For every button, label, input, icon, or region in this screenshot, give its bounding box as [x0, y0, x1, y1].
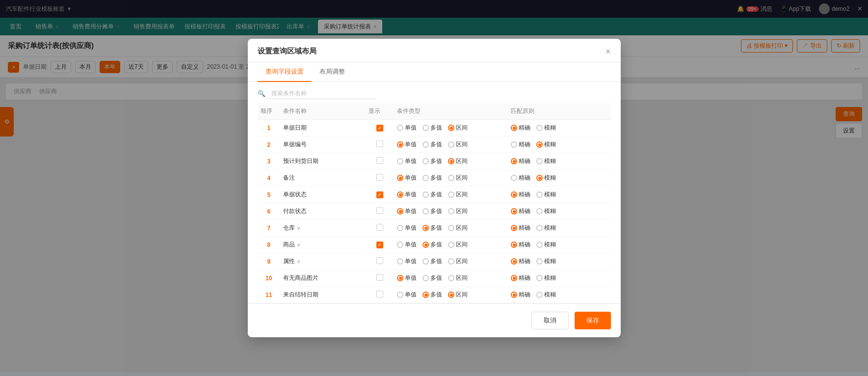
table-row: 4备注单值多值区间精确模糊 [258, 170, 611, 187]
radio-type-type_range-4[interactable]: 区间 [448, 190, 468, 199]
radio-dot-type-8 [422, 258, 429, 265]
radio-type-type_multi-1[interactable]: 多值 [422, 140, 442, 149]
checkbox-unchecked-8[interactable] [376, 257, 383, 264]
radio-match-match_exact-0[interactable]: 精确 [511, 124, 530, 132]
checkbox-unchecked-2[interactable] [376, 157, 383, 164]
radio-type-type_multi-7[interactable]: 多值 [422, 241, 442, 249]
radio-type-type_multi-3[interactable]: 多值 [422, 174, 442, 182]
radio-dot-match-5 [536, 208, 543, 215]
search-input[interactable] [268, 88, 376, 99]
radio-dot-type-7 [448, 242, 454, 248]
radio-type-type_range-0[interactable]: 区间 [448, 124, 468, 132]
row-show-1[interactable] [366, 136, 394, 153]
radio-type-type_range-5[interactable]: 区间 [448, 207, 468, 215]
radio-match-match_fuzzy-5[interactable]: 模糊 [536, 207, 556, 215]
radio-match-match_exact-7[interactable]: 精确 [511, 241, 530, 249]
radio-type-type_multi-8[interactable]: 多值 [422, 257, 442, 266]
radio-type-type_multi-10[interactable]: 多值 [422, 291, 442, 299]
checkbox-unchecked-5[interactable] [376, 207, 383, 214]
row-show-2[interactable] [366, 153, 394, 170]
checkbox-unchecked-1[interactable] [376, 140, 383, 147]
radio-type-type_single-2[interactable]: 单值 [397, 157, 417, 165]
row-show-7[interactable] [366, 237, 394, 253]
radio-type-type_multi-9[interactable]: 多值 [422, 274, 442, 282]
radio-match-match_fuzzy-4[interactable]: 模糊 [536, 190, 556, 199]
save-button[interactable]: 保存 [575, 312, 611, 329]
radio-type-type_range-7[interactable]: 区间 [448, 241, 468, 249]
row-name-0: 单据日期 [280, 120, 366, 136]
radio-match-match_exact-1[interactable]: 精确 [511, 140, 530, 149]
settings-dialog: 设置查询区域布局 × 查询字段设置 布局调整 🔍 顺序 条件名称 [248, 39, 621, 337]
radio-type-type_single-5[interactable]: 单值 [397, 207, 417, 215]
row-name-7: 商品 ∨ [280, 237, 366, 253]
radio-match-match_fuzzy-3[interactable]: 模糊 [536, 174, 556, 182]
radio-dot-type-4 [422, 191, 429, 198]
checkbox-checked-0[interactable] [376, 125, 383, 132]
radio-type-type_range-1[interactable]: 区间 [448, 140, 468, 149]
row-type-10: 单值多值区间 [394, 287, 508, 303]
radio-match-match_fuzzy-8[interactable]: 模糊 [536, 257, 556, 266]
radio-type-type_range-2[interactable]: 区间 [448, 157, 468, 165]
radio-match-match_fuzzy-2[interactable]: 模糊 [536, 157, 556, 165]
radio-type-type_single-8[interactable]: 单值 [397, 257, 417, 266]
radio-type-type_multi-4[interactable]: 多值 [422, 190, 442, 199]
checkbox-checked-7[interactable] [376, 242, 383, 248]
radio-match-match_exact-2[interactable]: 精确 [511, 157, 530, 165]
row-show-9[interactable] [366, 270, 394, 287]
row-order-9: 10 [258, 270, 280, 287]
radio-match-match_exact-8[interactable]: 精确 [511, 257, 530, 266]
checkbox-unchecked-3[interactable] [376, 174, 383, 181]
radio-match-match_fuzzy-7[interactable]: 模糊 [536, 241, 556, 249]
checkbox-checked-4[interactable] [376, 191, 383, 198]
radio-match-match_fuzzy-10[interactable]: 模糊 [536, 291, 556, 299]
tab-layout-adjust[interactable]: 布局调整 [312, 62, 353, 82]
radio-type-type_single-1[interactable]: 单值 [397, 140, 417, 149]
row-show-0[interactable] [366, 120, 394, 136]
radio-dot-type-10 [448, 292, 454, 298]
checkbox-unchecked-6[interactable] [376, 224, 383, 231]
row-show-5[interactable] [366, 203, 394, 220]
checkbox-unchecked-10[interactable] [376, 291, 383, 297]
row-show-3[interactable] [366, 170, 394, 187]
radio-type-type_multi-2[interactable]: 多值 [422, 157, 442, 165]
radio-match-match_exact-4[interactable]: 精确 [511, 190, 530, 199]
radio-dot-type-6 [448, 225, 454, 231]
radio-type-type_single-10[interactable]: 单值 [397, 291, 417, 299]
tab-query-fields[interactable]: 查询字段设置 [258, 62, 312, 82]
radio-type-type_single-9[interactable]: 单值 [397, 274, 417, 282]
radio-match-match_exact-3[interactable]: 精确 [511, 174, 530, 182]
radio-match-match_fuzzy-0[interactable]: 模糊 [536, 124, 556, 132]
radio-match-match_exact-9[interactable]: 精确 [511, 274, 530, 282]
radio-type-type_range-8[interactable]: 区间 [448, 257, 468, 266]
radio-type-type_multi-0[interactable]: 多值 [422, 124, 442, 132]
radio-type-type_multi-5[interactable]: 多值 [422, 207, 442, 215]
row-name-1: 单据编号 [280, 136, 366, 153]
radio-type-type_multi-6[interactable]: 多值 [422, 224, 442, 232]
row-show-4[interactable] [366, 187, 394, 203]
radio-type-type_single-3[interactable]: 单值 [397, 174, 417, 182]
radio-match-match_exact-10[interactable]: 精确 [511, 291, 530, 299]
radio-type-type_range-10[interactable]: 区间 [448, 291, 468, 299]
radio-type-type_single-0[interactable]: 单值 [397, 124, 417, 132]
radio-match-match_fuzzy-1[interactable]: 模糊 [536, 140, 556, 149]
dialog-close-button[interactable]: × [605, 47, 611, 56]
radio-type-type_range-9[interactable]: 区间 [448, 274, 468, 282]
checkbox-unchecked-9[interactable] [376, 274, 383, 281]
row-type-0: 单值多值区间 [394, 120, 508, 136]
radio-type-type_single-6[interactable]: 单值 [397, 224, 417, 232]
row-show-6[interactable] [366, 220, 394, 237]
radio-match-match_fuzzy-6[interactable]: 模糊 [536, 224, 556, 232]
radio-match-match_exact-5[interactable]: 精确 [511, 207, 530, 215]
radio-type-type_range-6[interactable]: 区间 [448, 224, 468, 232]
row-show-10[interactable] [366, 287, 394, 303]
row-order-8: 9 [258, 253, 280, 270]
row-order-7: 8 [258, 237, 280, 253]
radio-type-type_single-4[interactable]: 单值 [397, 190, 417, 199]
radio-type-type_single-7[interactable]: 单值 [397, 241, 417, 249]
radio-type-type_range-3[interactable]: 区间 [448, 174, 468, 182]
row-show-8[interactable] [366, 253, 394, 270]
cancel-button[interactable]: 取消 [531, 312, 569, 329]
radio-dot-type-8 [397, 258, 403, 265]
radio-match-match_fuzzy-9[interactable]: 模糊 [536, 274, 556, 282]
radio-match-match_exact-6[interactable]: 精确 [511, 224, 530, 232]
